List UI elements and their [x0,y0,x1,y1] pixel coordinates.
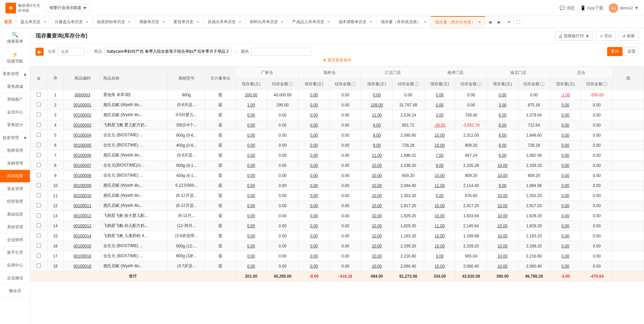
row-checkbox[interactable] [37,123,41,127]
row-checkbox[interactable] [37,163,41,167]
cell-yb-stock[interactable]: 10.00 [487,160,518,171]
cell-zc-stock[interactable]: 0.00 [550,211,581,221]
cell-yb-stock[interactable]: 10.00 [487,261,518,271]
cell-na-stock[interactable]: 10.00 [424,171,455,181]
cell-check[interactable] [31,140,47,150]
message-btn[interactable]: 💬 消息 [559,5,575,11]
cell-yb-stock[interactable]: 8.00 [487,150,518,160]
cell-zc-stock[interactable]: 0.00 [550,181,581,191]
cell-code[interactable]: 00100016 [64,251,101,261]
cell-code[interactable]: 00100011 [64,201,101,211]
cell-zc-stock[interactable]: 0.00 [550,110,581,120]
cell-code[interactable]: 00100015 [64,241,101,251]
nav-tab-6[interactable]: 其他出库单历史 ✕ [204,16,246,28]
cell-zc-stock[interactable]: 0.00 [550,241,581,251]
cell-zc-stock[interactable]: 0.00 [550,191,581,201]
expand-more-btn[interactable]: ▼ 展开更多条件 [323,57,352,63]
cell-na-stock[interactable]: 11.00 [424,181,455,191]
cell-cjc-stock[interactable]: 0.00 [235,150,267,160]
nav-tab-8[interactable]: 产成品入库单历史 ✕ [288,16,334,28]
cell-yb-stock[interactable]: 10.00 [487,241,518,251]
cell-zc-stock[interactable]: -1.00 [550,90,581,100]
row-checkbox[interactable] [37,143,41,147]
cell-lcc-stock[interactable]: 0.00 [299,130,330,140]
cell-jb-stock[interactable]: 10.00 [361,171,392,181]
cell-cjc-stock[interactable]: 0.00 [235,231,267,241]
sidebar-item-wholesale[interactable]: 批发管理▼ [0,132,30,144]
cell-lcc-stock[interactable]: 0.00 [299,90,330,100]
close-icon[interactable]: ✕ [238,20,241,24]
sidebar-item-member2[interactable]: 畅会员 [0,285,30,297]
cell-lcc-stock[interactable]: 0.00 [299,191,330,201]
cell-na-stock[interactable]: 3.00 [424,251,455,261]
info-icon[interactable]: i [603,82,607,86]
cell-lcc-stock[interactable]: 0.00 [299,150,330,160]
cell-code[interactable]: 00100012 [64,211,101,221]
refresh-btn[interactable]: ↺ 刷新 [619,32,639,41]
info-icon[interactable]: i [352,82,356,86]
table-container[interactable]: ⚙ 序 商品编码 商品名称 规格型号 主计量单位 厂家仓 陆村仓 江北门店 南岸… [30,67,644,324]
row-checkbox[interactable] [37,213,41,218]
sidebar-item-wechat[interactable]: 企业微信 [0,272,30,285]
cell-code[interactable]: 00100001 [64,100,101,110]
nav-tab-5[interactable]: 要货单历史 ✕ [169,16,204,28]
sidebar-item-retail-stats[interactable]: 零售统计 [0,119,30,132]
cell-na-stock[interactable]: 10.00 [424,211,455,221]
user-menu[interactable]: Ea demo2 ▼ [609,3,639,13]
cell-code[interactable]: 00100006 [64,150,101,160]
cell-jb-stock[interactable]: 10.00 [361,201,392,211]
cell-code[interactable]: 00100010 [64,191,101,201]
cell-na-stock[interactable]: 10.00 [424,130,455,140]
cell-check[interactable] [31,221,47,231]
nav-tab-1[interactable]: 盘点单历史 ✕ [16,16,51,28]
cell-yb-stock[interactable]: 3.00 [487,100,518,110]
cell-code[interactable]: 0000003 [64,90,101,100]
cell-jb-stock[interactable]: 109.00 [361,100,392,110]
cell-lcc-stock[interactable]: 0.00 [299,221,330,231]
cell-yb-stock[interactable]: 8.00 [487,120,518,130]
nav-tab-9[interactable]: 成本调整单历史 ✕ [334,16,377,28]
cell-jb-stock[interactable]: 9.00 [361,120,392,130]
row-checkbox[interactable] [37,203,41,207]
cell-check[interactable] [31,110,47,120]
cell-check[interactable] [31,241,47,251]
cell-check[interactable] [31,90,47,100]
cell-jb-stock[interactable]: 10.00 [361,211,392,221]
cell-jb-stock[interactable]: 11.00 [361,110,392,120]
sidebar-item-system[interactable]: 系统管理 [0,221,30,234]
cell-zc-stock[interactable]: 0.00 [550,150,581,160]
row-checkbox[interactable] [37,223,41,228]
info-icon[interactable]: i [540,82,544,86]
close-icon[interactable]: ✕ [128,20,131,24]
cell-code[interactable]: 00100008 [64,171,101,181]
nav-prev-arrow[interactable]: ◀ [485,16,495,28]
close-icon[interactable]: ✕ [86,20,89,24]
cell-lcc-stock[interactable]: 0.00 [299,110,330,120]
sidebar-item-operation[interactable]: 经营管理 [0,195,30,208]
cell-zc-stock[interactable]: 0.00 [550,251,581,261]
sidebar-search[interactable]: 🔍 搜索英单 [0,28,30,48]
cell-cjc-stock[interactable]: 0.00 [235,140,267,150]
cell-cjc-stock[interactable]: 0.00 [235,171,267,181]
cell-lcc-stock[interactable]: 0.00 [299,211,330,221]
cell-check[interactable] [31,150,47,160]
cell-cjc-stock[interactable]: 0.00 [235,160,267,171]
cell-check[interactable] [31,120,47,130]
info-icon[interactable]: i [477,82,482,86]
cell-yb-stock[interactable]: 10.00 [487,171,518,181]
cell-cjc-stock[interactable]: 0.00 [235,211,267,221]
nav-close-all[interactable]: ✕ [504,16,514,28]
cell-yb-stock[interactable]: 6.00 [487,110,518,120]
cell-na-stock[interactable]: 5.00 [424,191,455,201]
cell-zc-stock[interactable]: 0.00 [550,130,581,140]
cell-check[interactable] [31,181,47,191]
cell-code[interactable]: 00100013 [64,221,101,231]
cell-jb-stock[interactable]: 10.00 [361,221,392,231]
cell-cjc-stock[interactable]: 0.00 [235,120,267,130]
cell-zc-stock[interactable]: 0.00 [550,231,581,241]
cell-check[interactable] [31,231,47,241]
cell-yb-stock[interactable]: 0.00 [487,90,518,100]
cell-check[interactable] [31,171,47,181]
cell-jb-stock[interactable]: 0.00 [361,90,392,100]
info-icon[interactable]: i [289,82,293,86]
